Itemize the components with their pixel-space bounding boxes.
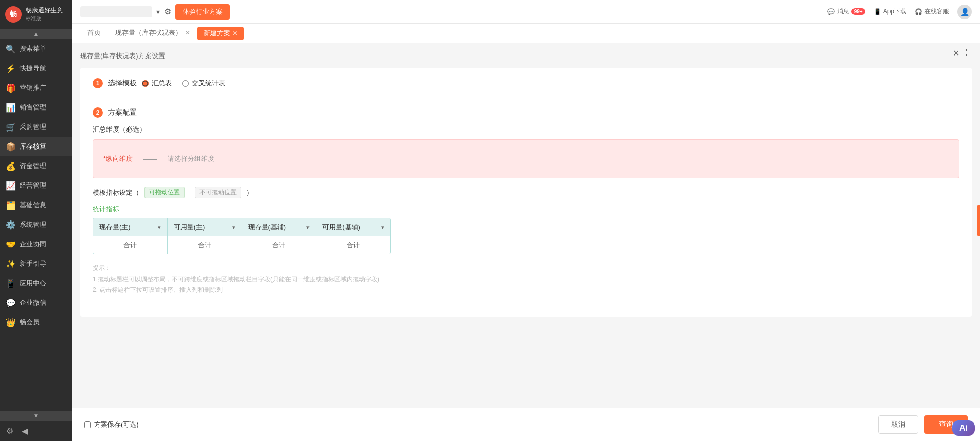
topbar-search-input[interactable]	[80, 6, 152, 17]
radio-summary-input[interactable]	[142, 80, 149, 87]
stats-table-header: 现存量(主) ▾ 合计 可用量(主) ▾	[93, 218, 390, 254]
sidebar-logo: 畅 畅康通好生意 标准版	[0, 0, 72, 29]
save-option-checkbox[interactable]	[84, 421, 91, 428]
sidebar-item-finance[interactable]: 💰 资金管理	[0, 156, 72, 176]
sidebar-item-guide[interactable]: ✨ 新手引导	[0, 254, 72, 273]
tips-line-2: 2. 点击标题栏下拉可设置排序、插入列和删除列	[93, 285, 959, 296]
step1-label: 选择模板	[108, 79, 137, 88]
stats-col-1-header[interactable]: 可用量(主) ▾	[168, 218, 242, 236]
tab-inventory-label: 现存量（库存状况表）	[115, 28, 182, 38]
step1-header: 1 选择模板 汇总表 交叉统计表	[93, 78, 959, 88]
stats-col-0-chevron[interactable]: ▾	[158, 224, 161, 231]
stats-col-2-header[interactable]: 现存量(基辅) ▾	[242, 218, 316, 236]
sidebar-item-finance-label: 资金管理	[20, 161, 46, 171]
tab-home[interactable]: 首页	[80, 24, 108, 43]
stats-col-3-cell: 合计	[316, 236, 390, 254]
expand-panel-icon[interactable]: ⛶	[964, 47, 976, 59]
user-avatar[interactable]: 👤	[957, 5, 972, 19]
sidebar-item-search-label: 搜索菜单	[20, 44, 46, 53]
stats-col-3-header-label: 可用量(基辅)	[322, 223, 360, 232]
tab-new-plan-close-icon[interactable]: ✕	[232, 30, 238, 37]
page-title: 现存量(库存状况表)方案设置	[80, 51, 972, 61]
tab-inventory-close-icon[interactable]: ✕	[185, 29, 190, 36]
radio-crosstab[interactable]: 交叉统计表	[182, 79, 225, 88]
avatar-icon: 👤	[960, 8, 969, 16]
stats-col-0-header[interactable]: 现存量(主) ▾	[93, 218, 167, 236]
stats-col-2-cell: 合计	[242, 236, 316, 254]
dimension-placeholder[interactable]: 请选择分组维度	[168, 154, 214, 163]
sidebar-item-operations-label: 经营管理	[20, 181, 46, 190]
stats-col-2-chevron[interactable]: ▾	[306, 224, 310, 231]
stats-col-3-chevron[interactable]: ▾	[381, 224, 384, 231]
app-download-action[interactable]: 📱 App下载	[874, 7, 906, 16]
collapse-footer-icon[interactable]: ◀	[22, 426, 28, 436]
indicator-settings-suffix: ）	[246, 188, 253, 197]
settings-card: 1 选择模板 汇总表 交叉统计表	[80, 68, 972, 317]
right-panel-toggle[interactable]	[977, 205, 980, 236]
sidebar-item-app-center[interactable]: 📱 应用中心	[0, 273, 72, 293]
close-panel-icon[interactable]: ✕	[951, 47, 961, 59]
sidebar-item-system[interactable]: ⚙️ 系统管理	[0, 215, 72, 234]
tab-home-label: 首页	[87, 28, 101, 38]
radio-summary-label: 汇总表	[152, 79, 172, 88]
page-content: ✕ ⛶ 现存量(库存状况表)方案设置 1 选择模板 汇总表	[72, 43, 980, 408]
trial-button[interactable]: 体验行业方案	[175, 4, 230, 20]
step-divider	[93, 99, 959, 99]
stats-col-2-header-label: 现存量(基辅)	[248, 223, 286, 232]
sidebar-item-wechat[interactable]: 💬 企业微信	[0, 293, 72, 313]
topbar: ▾ ⚙ 体验行业方案 💬 消息 99+ 📱 App下载 🎧 在线客服 👤	[72, 0, 980, 24]
sidebar-item-operations[interactable]: 📈 经营管理	[0, 176, 72, 195]
app-icon: 畅	[5, 6, 22, 23]
sidebar-item-purchase-label: 采购管理	[20, 122, 46, 132]
radio-crosstab-input[interactable]	[182, 80, 189, 87]
sidebar-item-member-label: 畅会员	[20, 318, 40, 327]
stats-col-3-header[interactable]: 可用量(基辅) ▾	[316, 218, 390, 236]
topbar-dropdown-icon[interactable]: ▾	[156, 8, 160, 16]
tips-line-1: 1.拖动标题栏可以调整布局，不可跨维度或指标区域拖动栏目字段(只能在同一维度或指…	[93, 274, 959, 285]
save-option[interactable]: 方案保存(可选)	[84, 420, 139, 429]
step2-section: 2 方案配置 汇总维度（必选） *纵向维度 —— 请选择分组维度 模板指标设定（…	[93, 107, 959, 296]
sidebar-scroll-down[interactable]: ▼	[0, 411, 72, 420]
ai-badge[interactable]: Ai	[952, 420, 975, 436]
customer-service-action[interactable]: 🎧 在线客服	[915, 7, 949, 16]
stats-col-2: 现存量(基辅) ▾ 合计	[242, 218, 317, 254]
stats-table: 现存量(主) ▾ 合计 可用量(主) ▾	[93, 218, 391, 254]
guide-icon: ✨	[6, 259, 15, 268]
topbar-right: 💬 消息 99+ 📱 App下载 🎧 在线客服 👤	[827, 5, 972, 19]
sidebar-item-member[interactable]: 👑 畅会员	[0, 313, 72, 332]
app-download-label: App下载	[883, 7, 906, 16]
sidebar-item-inventory[interactable]: 📦 库存核算	[0, 137, 72, 156]
customer-service-label: 在线客服	[924, 7, 949, 16]
radio-summary[interactable]: 汇总表	[142, 79, 172, 88]
sidebar-item-basic-info[interactable]: 🗂️ 基础信息	[0, 195, 72, 215]
sidebar-item-purchase[interactable]: 🛒 采购管理	[0, 117, 72, 137]
message-label: 消息	[837, 7, 849, 16]
step2-header: 2 方案配置	[93, 107, 959, 118]
tips-title: 提示：	[93, 263, 959, 274]
settings-footer-icon[interactable]: ⚙	[6, 426, 13, 436]
tab-new-plan-label: 新建方案	[204, 29, 230, 38]
cancel-button[interactable]: 取消	[878, 415, 918, 434]
app-name: 畅康通好生意	[26, 7, 63, 15]
dimension-arrow: ——	[143, 155, 157, 163]
message-badge: 99+	[851, 8, 865, 15]
sidebar-item-sales[interactable]: 📊 销售管理	[0, 98, 72, 117]
sidebar-item-marketing[interactable]: 🎁 营销推广	[0, 78, 72, 98]
step2-label: 方案配置	[108, 108, 137, 117]
sidebar-item-enterprise[interactable]: 🤝 企业协同	[0, 234, 72, 254]
dimension-box: *纵向维度 —— 请选择分组维度	[93, 139, 959, 178]
sidebar: 畅 畅康通好生意 标准版 ▲ 🔍 搜索菜单 ⚡ 快捷导航 🎁 营销推广 📊 销售…	[0, 0, 72, 441]
topbar-gear-icon[interactable]: ⚙	[164, 7, 171, 16]
sidebar-item-search[interactable]: 🔍 搜索菜单	[0, 39, 72, 59]
radio-crosstab-label: 交叉统计表	[192, 79, 225, 88]
tab-inventory[interactable]: 现存量（库存状况表） ✕	[108, 24, 197, 43]
headset-icon: 🎧	[915, 8, 922, 15]
stats-col-1-chevron[interactable]: ▾	[232, 224, 235, 231]
operations-icon: 📈	[6, 181, 15, 190]
sidebar-item-quicknav[interactable]: ⚡ 快捷导航	[0, 59, 72, 78]
tips-section: 提示： 1.拖动标题栏可以调整布局，不可跨维度或指标区域拖动栏目字段(只能在同一…	[93, 263, 959, 296]
sidebar-scroll-up[interactable]: ▲	[0, 29, 72, 39]
tab-new-plan[interactable]: 新建方案 ✕	[197, 27, 244, 40]
topbar-left: ▾ ⚙ 体验行业方案	[80, 4, 821, 20]
message-action[interactable]: 💬 消息 99+	[827, 7, 865, 16]
